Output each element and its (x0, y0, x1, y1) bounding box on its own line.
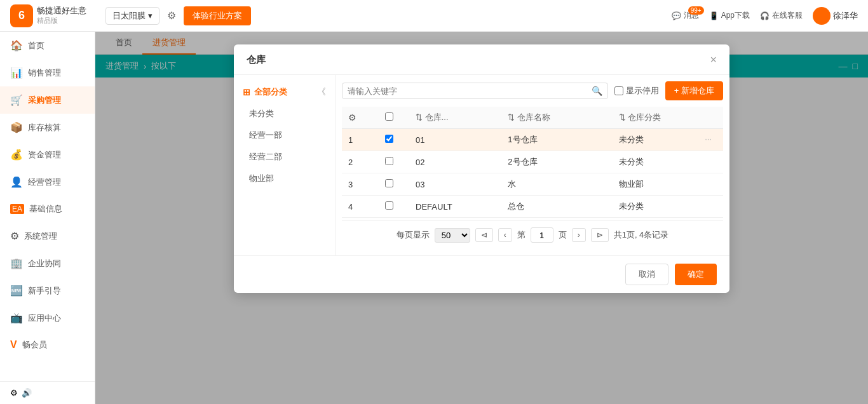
system-icon: ⚙ (10, 230, 19, 242)
sidebar-label-finance: 资金管理 (28, 149, 61, 161)
table-row[interactable]: 2 02 2号仓库 未分类 (342, 151, 723, 173)
sidebar-item-vip[interactable]: V 畅会员 (0, 332, 95, 358)
dialog-body: ⊞ 全部分类 《 未分类 经营一部 经营二部 物业部 (234, 75, 729, 255)
topbar-center: 日太阳膜 ▾ ⚙ 体验行业方案 (105, 6, 672, 25)
row-checkbox[interactable] (379, 196, 409, 218)
confirm-button[interactable]: 确定 (675, 264, 717, 285)
sidebar-item-system[interactable]: ⚙ 系统管理 (0, 222, 95, 250)
guide-icon: 🆕 (10, 285, 23, 297)
th-code[interactable]: ⇅ 仓库... (409, 107, 501, 129)
sidebar-label-enterprise: 企业协同 (28, 258, 61, 269)
sidebar-bottom: ⚙ 🔊 (0, 381, 95, 404)
dialog-close-button[interactable]: × (710, 53, 717, 67)
pagination: 每页显示 50 10 20 100 ⊲ ‹ 第 页 (342, 220, 723, 249)
show-disabled-label: 显示停用 (614, 85, 659, 97)
dialog-title: 仓库 (247, 54, 266, 66)
page-number-input[interactable] (531, 227, 553, 243)
topbar: 6 畅捷通好生意 精品版 日太阳膜 ▾ ⚙ 体验行业方案 💬 消息 99+ 📱 … (0, 0, 868, 32)
row-num: 2 (342, 151, 379, 173)
column-gear-icon[interactable]: ⚙ (348, 112, 356, 123)
page-last-button[interactable]: ⊳ (591, 228, 609, 242)
settings-button[interactable]: ⚙ (167, 10, 176, 22)
sidebar-item-home[interactable]: 🏠 首页 (0, 32, 95, 59)
sidebar-item-guide[interactable]: 🆕 新手引导 (0, 277, 95, 304)
category-collapse-button[interactable]: 《 (317, 86, 326, 98)
dialog-footer: 取消 确定 (234, 255, 729, 293)
sidebar-label-stock: 库存核算 (28, 122, 61, 133)
select-all-checkbox[interactable] (385, 112, 393, 121)
sidebar-label-home: 首页 (28, 40, 44, 51)
search-input[interactable] (348, 86, 592, 96)
category-item-dept1[interactable]: 经营一部 (234, 125, 335, 146)
sidebar-label-system: 系统管理 (24, 231, 57, 242)
row-num: 3 (342, 173, 379, 196)
sidebar-item-sales[interactable]: 📊 销售管理 (0, 59, 95, 86)
category-item-unclassified[interactable]: 未分类 (234, 103, 335, 125)
sidebar-item-stock[interactable]: 📦 库存核算 (0, 114, 95, 141)
headset-icon: 🎧 (760, 11, 770, 20)
avatar (813, 7, 831, 25)
sales-icon: 📊 (10, 67, 23, 79)
sidebar-label-guide: 新手引导 (28, 285, 61, 297)
cancel-button[interactable]: 取消 (625, 264, 668, 285)
user-name: 徐泽华 (833, 10, 858, 22)
sidebar-item-appcenter[interactable]: 📺 应用中心 (0, 304, 95, 332)
row-checkbox[interactable] (379, 151, 409, 173)
show-disabled-checkbox[interactable] (614, 86, 623, 95)
basic-icon: EA (10, 204, 24, 214)
category-all[interactable]: ⊞ 全部分类 《 (234, 81, 335, 103)
page-label: 第 (517, 229, 526, 241)
messages-button[interactable]: 💬 消息 99+ (672, 10, 699, 21)
per-page-label: 每页显示 (397, 229, 430, 241)
th-checkbox (379, 107, 409, 129)
topbar-right: 💬 消息 99+ 📱 App下载 🎧 在线客服 徐泽华 (672, 7, 858, 25)
search-box: 🔍 (342, 83, 608, 99)
layout: 🏠 首页 📊 销售管理 🛒 采购管理 📦 库存核算 💰 资金管理 👤 经营管理 … (0, 32, 868, 404)
sort-icon-name: ⇅ (508, 112, 515, 122)
th-name[interactable]: ⇅ 仓库名称 (501, 107, 612, 129)
messages-icon: 💬 (672, 11, 681, 20)
sort-icon-cat: ⇅ (619, 112, 626, 122)
row-checkbox[interactable] (379, 173, 409, 196)
purchase-icon: 🛒 (10, 94, 23, 106)
row-category: 未分类 (613, 196, 723, 218)
online-service-button[interactable]: 🎧 在线客服 (760, 10, 803, 21)
add-warehouse-button[interactable]: + 新增仓库 (665, 81, 723, 100)
page-next-button[interactable]: › (572, 228, 586, 242)
sidebar-item-basic[interactable]: EA 基础信息 (0, 196, 95, 222)
sidebar-label-vip: 畅会员 (22, 339, 47, 351)
row-num: 1 (342, 129, 379, 151)
trial-button[interactable]: 体验行业方案 (184, 6, 251, 25)
app-download-button[interactable]: 📱 App下载 (709, 10, 750, 21)
row-name: 水 (501, 173, 612, 196)
per-page-select[interactable]: 50 10 20 100 (435, 228, 470, 243)
page-first-button[interactable]: ⊲ (475, 228, 493, 242)
table-row[interactable]: 4 DEFAULT 总仓 未分类 (342, 196, 723, 218)
row-name: 2号仓库 (501, 151, 612, 173)
table-row[interactable]: 3 03 水 物业部 (342, 173, 723, 196)
user-menu-button[interactable]: 徐泽华 (813, 7, 858, 25)
page-prev-button[interactable]: ‹ (498, 228, 512, 242)
sort-icon-code: ⇅ (416, 112, 423, 122)
category-item-property[interactable]: 物业部 (234, 168, 335, 189)
row-checkbox[interactable] (379, 129, 409, 151)
appcenter-icon: 📺 (10, 312, 23, 324)
sidebar-item-enterprise[interactable]: 🏢 企业协同 (0, 250, 95, 277)
sidebar-item-operation[interactable]: 👤 经营管理 (0, 168, 95, 196)
category-item-dept2[interactable]: 经营二部 (234, 146, 335, 168)
online-service-label: 在线客服 (772, 10, 803, 21)
row-code: 03 (409, 173, 501, 196)
sidebar-settings-icon[interactable]: ⚙ (10, 388, 18, 398)
sidebar-item-purchase[interactable]: 🛒 采购管理 (0, 86, 95, 114)
modal-overlay: 仓库 × ⊞ 全部分类 《 未分类 经营一部 经营二部 (95, 32, 868, 404)
table-row[interactable]: 1 01 1号仓库 未分类··· (342, 129, 723, 151)
dialog-header: 仓库 × (234, 44, 729, 75)
store-selector[interactable]: 日太阳膜 ▾ (105, 7, 159, 25)
sidebar-item-finance[interactable]: 💰 资金管理 (0, 141, 95, 168)
vip-icon: V (10, 339, 17, 351)
sidebar-label-operation: 经营管理 (28, 177, 61, 188)
th-category[interactable]: ⇅ 仓库分类 (613, 107, 723, 129)
sidebar-volume-icon[interactable]: 🔊 (22, 388, 32, 398)
app-download-label: App下载 (721, 10, 750, 21)
app-icon: 📱 (709, 11, 719, 20)
